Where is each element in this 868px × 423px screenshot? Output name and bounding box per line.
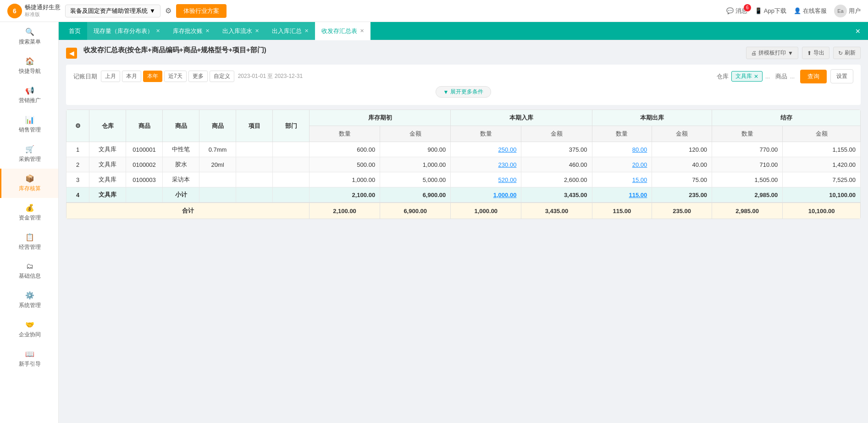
tab-batch[interactable]: 库存批次账 ✕ xyxy=(166,22,216,40)
goods-filter: 商品 ... xyxy=(775,72,795,81)
warehouse-tag-close[interactable]: ✕ xyxy=(754,73,758,80)
tab-recv-send[interactable]: 收发存汇总表 ✕ xyxy=(315,22,370,40)
date-btn-this-month[interactable]: 本月 xyxy=(122,71,141,82)
cell-bal-qty: 1,505.00 xyxy=(712,172,783,187)
goods-more-btn[interactable]: ... xyxy=(790,73,795,80)
footer-bal-qty: 2,985.00 xyxy=(712,203,783,219)
refresh-button[interactable]: ↻ 刷新 xyxy=(833,47,861,59)
tab-bar-close-all[interactable]: ✕ xyxy=(855,27,864,35)
cell-out-qty[interactable]: 20.00 xyxy=(592,157,652,172)
cell-seq: 1 xyxy=(66,142,89,157)
sidebar-item-sales[interactable]: 📊 销售管理 xyxy=(0,110,58,139)
query-button[interactable]: 查询 xyxy=(800,70,827,83)
sidebar-item-finance[interactable]: 💰 资金管理 xyxy=(0,198,58,227)
sidebar-item-collab[interactable]: 🤝 企业协同 xyxy=(0,315,58,344)
title-toolbar-row: ◀ 收发存汇总表(按仓库+商品编码+商品+规格型号+项目+部门) 🖨 拼模板打印… xyxy=(66,46,861,60)
cell-warehouse: 文具库 xyxy=(89,172,126,187)
expand-label: 展开更多条件 xyxy=(450,88,483,96)
message-badge: 6 xyxy=(744,4,751,11)
sidebar-label-finance: 资金管理 xyxy=(19,214,41,222)
message-btn[interactable]: 💬 消息 6 xyxy=(726,7,747,15)
tab-recv-send-close[interactable]: ✕ xyxy=(360,28,364,34)
date-btn-this-year[interactable]: 本年 xyxy=(143,71,162,82)
th-project: 项目 xyxy=(236,110,273,142)
sidebar-label-guide: 新手引导 xyxy=(19,360,41,368)
cell-out-qty[interactable]: 80.00 xyxy=(592,142,652,157)
print-button[interactable]: 🖨 拼模板打印 ▼ xyxy=(746,47,798,59)
finance-icon: 💰 xyxy=(25,203,34,212)
footer-label: 合计 xyxy=(66,203,310,219)
tab-inout-summary[interactable]: 出入库汇总 ✕ xyxy=(265,22,315,40)
th-goods-spec: 商品 xyxy=(199,110,236,142)
sidebar-item-search[interactable]: 🔍 搜索菜单 xyxy=(0,22,58,51)
cell-bal-amt: 10,100.00 xyxy=(783,187,861,203)
date-btn-custom[interactable]: 自定义 xyxy=(210,71,234,82)
tab-recv-send-label: 收发存汇总表 xyxy=(321,27,357,35)
expand-more-btn[interactable]: ▼ 展开更多条件 xyxy=(436,86,492,98)
cell-in-amt: 460.00 xyxy=(521,157,592,172)
footer-open-amt: 6,900.00 xyxy=(380,203,451,219)
cell-in-qty[interactable]: 1,000.00 xyxy=(451,187,521,203)
cell-out-qty[interactable]: 115.00 xyxy=(592,187,652,203)
tab-batch-close[interactable]: ✕ xyxy=(205,28,210,34)
date-btn-more[interactable]: 更多 xyxy=(188,71,208,82)
collapse-arrow-btn[interactable]: ◀ xyxy=(66,48,77,59)
sidebar-label-quick: 快捷导航 xyxy=(19,67,41,75)
cell-out-qty[interactable]: 15.00 xyxy=(592,172,652,187)
sidebar-item-business[interactable]: 📋 经营管理 xyxy=(0,227,58,257)
search-icon: 🔍 xyxy=(25,27,34,36)
tab-stock-dist[interactable]: 现存量（库存分布表） ✕ xyxy=(87,22,166,40)
cell-goods-code: 0100001 xyxy=(126,142,163,157)
experience-button[interactable]: 体验行业方案 xyxy=(176,4,227,18)
system-icon: ⚙️ xyxy=(25,291,34,300)
app-download-btn[interactable]: 📱 App下载 xyxy=(755,7,786,15)
date-btn-7days[interactable]: 近7天 xyxy=(164,71,187,82)
online-service-btn[interactable]: 👤 在线客服 xyxy=(794,7,827,15)
content-area: 首页 现存量（库存分布表） ✕ 库存批次账 ✕ 出入库流水 ✕ 出入库汇总 ✕ … xyxy=(59,22,868,423)
warehouse-more-btn[interactable]: ... xyxy=(765,73,770,80)
cell-bal-amt: 1,420.00 xyxy=(783,157,861,172)
settings-button[interactable]: 设置 xyxy=(830,69,853,83)
sidebar-item-quick[interactable]: 🏠 快捷导航 xyxy=(0,51,58,81)
tab-home[interactable]: 首页 xyxy=(62,22,87,40)
cell-goods-name: 小计 xyxy=(163,187,199,203)
sidebar-item-marketing[interactable]: 📢 营销推广 xyxy=(0,81,58,110)
tab-inout-summary-close[interactable]: ✕ xyxy=(304,28,309,34)
tab-inout-flow[interactable]: 出入库流水 ✕ xyxy=(216,22,265,40)
sidebar-item-system[interactable]: ⚙️ 系统管理 xyxy=(0,286,58,315)
user-area[interactable]: Ea 用户 xyxy=(834,5,861,17)
title-left: ◀ 收发存汇总表(按仓库+商品编码+商品+规格型号+项目+部门) xyxy=(66,46,266,60)
system-title-select[interactable]: 装备及固定资产辅助管理系统 ▼ xyxy=(65,5,160,17)
download-icon: 📱 xyxy=(755,7,762,14)
sidebar-item-purchase[interactable]: 🛒 采购管理 xyxy=(0,139,58,169)
cell-in-qty[interactable]: 250.00 xyxy=(451,142,521,157)
tab-stock-dist-label: 现存量（库存分布表） xyxy=(94,27,153,35)
top-header: 6 畅捷通好生意 标准版 装备及固定资产辅助管理系统 ▼ ⚙ 体验行业方案 💬 … xyxy=(0,0,868,22)
cell-goods-spec xyxy=(199,187,236,203)
export-button[interactable]: ⬆ 导出 xyxy=(802,47,829,59)
cell-seq: 3 xyxy=(66,172,89,187)
tab-inout-flow-close[interactable]: ✕ xyxy=(255,28,259,34)
th-bal-amt: 金额 xyxy=(783,126,861,142)
tab-stock-dist-close[interactable]: ✕ xyxy=(156,28,160,34)
sidebar-item-basic[interactable]: 🗂 基础信息 xyxy=(0,257,58,286)
message-icon: 💬 xyxy=(726,7,734,14)
table-row: 2 文具库 0100002 胶水 20ml 500.00 1,000.00 23… xyxy=(66,157,861,172)
sidebar-item-inventory[interactable]: 📦 库存核算 xyxy=(0,169,58,198)
sidebar-label-business: 经营管理 xyxy=(19,243,41,251)
cell-in-qty[interactable]: 230.00 xyxy=(451,157,521,172)
cell-open-qty: 600.00 xyxy=(310,142,380,157)
table-settings-icon[interactable]: ⚙ xyxy=(75,122,81,129)
date-btn-prev-month[interactable]: 上月 xyxy=(101,71,120,82)
cell-dept xyxy=(273,157,310,172)
cell-bal-qty: 710.00 xyxy=(712,157,783,172)
system-title-label: 装备及固定资产辅助管理系统 xyxy=(70,7,148,15)
cell-out-amt: 75.00 xyxy=(652,172,712,187)
logo-sub: 标准版 xyxy=(25,11,61,18)
sidebar-item-guide[interactable]: 📖 新手引导 xyxy=(0,344,58,374)
cell-in-qty[interactable]: 520.00 xyxy=(451,172,521,187)
online-service-label: 在线客服 xyxy=(803,7,827,15)
header-right: 💬 消息 6 📱 App下载 👤 在线客服 Ea 用户 xyxy=(726,5,861,17)
gear-icon-btn[interactable]: ⚙ xyxy=(165,6,171,15)
cell-seq: 4 xyxy=(66,187,89,203)
